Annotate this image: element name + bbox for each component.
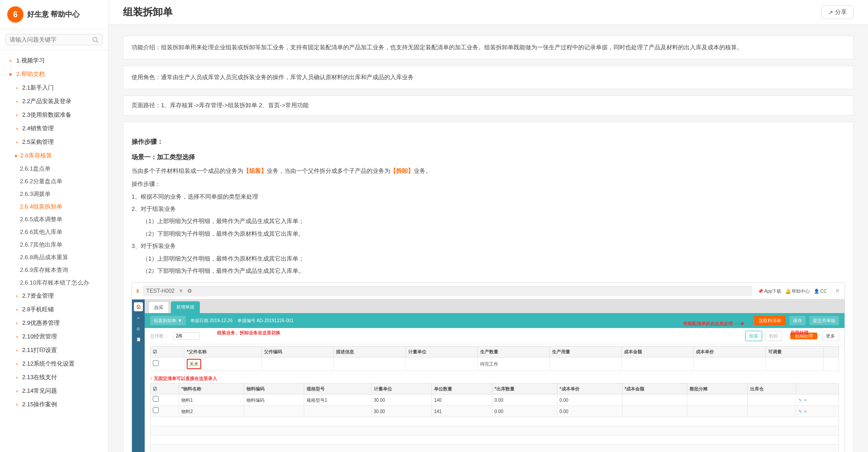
sidebar-item-ops[interactable]: ＋ 2.10经营管理 xyxy=(0,330,108,343)
nav-group-docs-header[interactable]: ● 2.帮助文档 xyxy=(0,67,108,81)
nav-docs-children: ＋ 2.1新手入门 ＋ 2.2产品安装及登录 ＋ 2.3使用前数据准备 ＋ 2.… xyxy=(0,81,108,411)
sidebar-item-finance[interactable]: ＋ 2.7资金管理 xyxy=(0,289,108,303)
nav-group-video-label: 1.视频学习 xyxy=(16,57,45,65)
sidebar-item-partial-stocktake[interactable]: 2.6.2分量盘点单 xyxy=(0,175,108,188)
sidebar-item-inventory-ledger[interactable]: 2.6.9库存账本查询 xyxy=(0,264,108,276)
home-icon: 🏠 xyxy=(134,302,143,311)
logo-text: 好生意 帮助中心 xyxy=(27,10,80,19)
sidebar-item-payment[interactable]: ＋ 2.13在线支付 xyxy=(0,371,108,384)
sidebar-item-assembly[interactable]: 2.6.4组装拆卸单 xyxy=(0,200,108,213)
total-qty-input[interactable] xyxy=(173,332,200,340)
sub-row-4 xyxy=(151,426,839,435)
th-unit: 计量单位 xyxy=(406,347,477,357)
nav-icon3: 📋 xyxy=(136,336,141,343)
nav-tree: ＋ 1.视频学习 ● 2.帮助文档 ＋ 2.1新手入门 ＋ 2.2产品安装及登录 xyxy=(0,50,108,452)
nav-item-label: 2.15操作案例 xyxy=(22,400,57,409)
disassembly-toggle[interactable]: 拆卸 xyxy=(765,331,782,341)
sidebar-item-purchase[interactable]: ＋ 2.5采购管理 xyxy=(0,135,108,149)
sidebar-item-mobile[interactable]: ＋ 2.8手机旺铺 xyxy=(0,303,108,316)
search-input[interactable] xyxy=(9,36,92,43)
sidebar-item-stocktake[interactable]: 2.6.1盘点单 xyxy=(0,162,108,175)
parent-check[interactable] xyxy=(151,357,184,371)
step3-2: （2）下部明细为子件明细，最终作为产成品生成其它入库单。 xyxy=(142,266,845,276)
sidebar-item-cost-adj[interactable]: 2.6.5成本调整单 xyxy=(0,213,108,226)
btn-more[interactable]: 更多 xyxy=(822,331,839,341)
role-box: 使用角色：通常由生产人员或库管人员完成拆装业务的操作，库管人员确认原材料的出库和… xyxy=(123,66,854,89)
sidebar-item-print[interactable]: ＋ 2.11打印设置 xyxy=(0,343,108,357)
parent-row-1: 关木 待完工作 xyxy=(151,357,839,371)
nav-item-label: 2.6库存核算 xyxy=(20,152,52,160)
nav-item-label: 2.2产品安装及登录 xyxy=(22,97,71,105)
annotation-enable: 启用处理 xyxy=(790,329,808,337)
sidebar-item-cost-recalc[interactable]: 2.6.8商品成本重算 xyxy=(0,251,108,264)
th-unit2: 计量单位 xyxy=(371,384,432,395)
nav-group-video: ＋ 1.视频学习 xyxy=(0,54,108,67)
header-date: 单据日期 2019-12-26 xyxy=(190,317,233,324)
th-unit-qty: 单位数量 xyxy=(432,384,492,395)
assembly-toggle[interactable]: 组装 xyxy=(745,331,762,341)
step2-1: （1）上部明细为父件明细，最终作为产成品生成其它入库单； xyxy=(142,216,845,226)
tab-self-buy[interactable]: 自买 xyxy=(148,301,169,313)
nav-group-docs: ● 2.帮助文档 ＋ 2.1新手入门 ＋ 2.2产品安装及登录 ＋ 2.3使用前… xyxy=(0,67,108,411)
parent-name[interactable]: 关木 xyxy=(184,357,261,371)
step3: 3、对于拆装业务 xyxy=(132,241,845,251)
role-text: 使用角色：通常由生产人员或库管人员完成拆装业务的操作，库管人员确认原材料的出库和… xyxy=(132,74,414,81)
order-type-select[interactable]: 组装拆卸单 ▼ xyxy=(150,316,186,325)
th-alloc: 整批分摊 xyxy=(687,384,748,395)
app-tabs: 自买 新增单据 xyxy=(145,300,844,313)
sidebar-item-transfer[interactable]: 2.6.3调拨单 xyxy=(0,188,108,200)
sidebar-item-other-out[interactable]: 2.6.7其他出库单 xyxy=(0,238,108,251)
sidebar-item-cases[interactable]: ＋ 2.15操作案例 xyxy=(0,398,108,411)
url-text: TEST-H002 xyxy=(146,286,175,295)
tab-new-order[interactable]: 新增单据 xyxy=(171,301,200,313)
sidebar-item-ledger-fix[interactable]: 2.6.10库存账本错了怎么办 xyxy=(0,276,108,289)
app-layout: 🏠 ≡ ⊞ 📋 自买 新增单据 xyxy=(132,300,844,452)
sidebar-item-other-in[interactable]: 2.6.6其他入库单 xyxy=(0,226,108,238)
sidebar-item-data-prep[interactable]: ＋ 2.3使用前数据准备 xyxy=(0,108,108,122)
btn-bom[interactable]: 选取料清单 xyxy=(754,316,786,325)
sidebar-item-faq[interactable]: ＋ 2.14常见问题 xyxy=(0,384,108,398)
nav-item-label: 2.8手机旺铺 xyxy=(22,305,54,314)
top-icons: 📌 App下载 🔔 帮助中心 👤 CC xyxy=(758,287,827,295)
browser-bar: 6 TEST-H002 ▼ ⚙ 📌 App下载 🔔 帮助中心 👤 CC ✕ xyxy=(132,283,844,300)
plus-icon: ＋ xyxy=(7,57,14,64)
th-warehouse: 出库仓 xyxy=(748,384,796,395)
nav-item-label: 2.4销售管理 xyxy=(22,124,54,133)
url-bar: TEST-H002 ▼ ⚙ xyxy=(143,285,753,296)
icon-bar: 🏠 ≡ ⊞ 📋 xyxy=(132,300,145,452)
step3-1: （1）上部明细为父件明细，最终作为原材料生成其它出库单； xyxy=(142,253,845,264)
top-bar: 组装拆卸单 ↗ 分享 xyxy=(108,0,868,25)
btn-submit[interactable]: 提交并审核 xyxy=(809,316,839,325)
sub-row-5 xyxy=(151,435,839,444)
nav-inventory-children: 2.6.1盘点单 2.6.2分量盘点单 2.6.3调拨单 2.6.4组装拆卸单 … xyxy=(0,162,108,289)
sub-row-2: 物料2 30.00 141 0.00 0.00 xyxy=(151,406,839,417)
th-ops2 xyxy=(796,384,839,395)
step1: 1、根据不同的业务，选择不同单据的类型来处理 xyxy=(132,191,845,202)
sidebar-item-install[interactable]: ＋ 2.2产品安装及登录 xyxy=(0,95,108,108)
sidebar-item-inventory[interactable]: ● 2.6库存核算 xyxy=(0,149,108,162)
steps-title: 操作步骤： xyxy=(132,137,845,147)
th-material-name: *物料名称 xyxy=(179,384,244,395)
sidebar-item-coupon[interactable]: ＋ 2.9优惠券管理 xyxy=(0,316,108,330)
share-button[interactable]: ↗ 分享 xyxy=(821,5,854,19)
th-avail: 可调量 xyxy=(765,347,823,357)
sidebar-item-personalize[interactable]: ＋ 2.12系统个性化设置 xyxy=(0,357,108,371)
sidebar-item-sales[interactable]: ＋ 2.4销售管理 xyxy=(0,122,108,135)
nav-item-label: 2.13在线支付 xyxy=(22,373,57,381)
btn-save[interactable]: 保存 xyxy=(789,316,806,325)
sub-row-6 xyxy=(151,444,839,452)
nav-item-label: 2.14常见问题 xyxy=(22,387,57,395)
search-wrapper xyxy=(5,34,103,45)
th-material-code: 物料编码 xyxy=(244,384,304,395)
scene1-desc: 当由多个子件材料组装成一个成品的业务为【组装】业务，当由一个父件拆分成多个子产品… xyxy=(132,166,845,176)
close-icon[interactable]: ✕ xyxy=(835,286,840,296)
step2: 2、对于组装业务 xyxy=(132,204,845,214)
nav-icon1: ≡ xyxy=(137,315,139,322)
sub-row-3 xyxy=(151,417,839,426)
annotation-bom: 有装配清单的在这里处理 ──▶ xyxy=(683,320,745,328)
main-content: 组装拆卸单 ↗ 分享 功能介绍：组装拆卸单用来处理企业组装或拆卸等加工业务，支持… xyxy=(108,0,868,452)
nav-group-video-header[interactable]: ＋ 1.视频学习 xyxy=(0,54,108,67)
th-out-qty: *出库数量 xyxy=(492,384,557,395)
sidebar-item-new-users[interactable]: ＋ 2.1新手入门 xyxy=(0,81,108,95)
nav-item-label: 2.11打印设置 xyxy=(22,346,57,354)
